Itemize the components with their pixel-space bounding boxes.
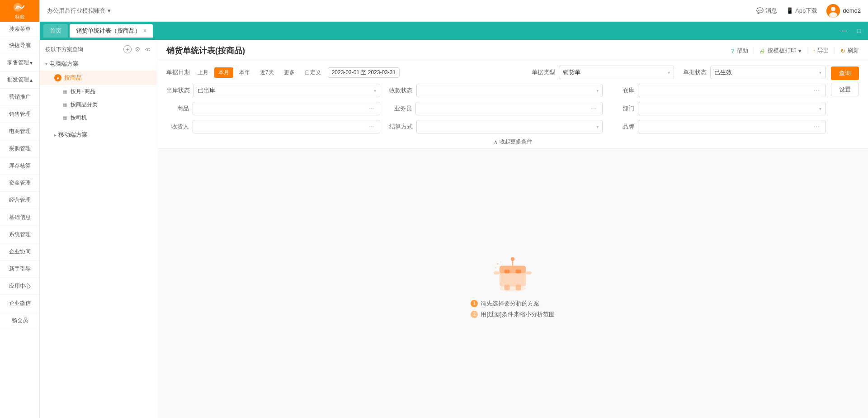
top-header: 办公用品行业模拟账套 ▾ 💬 消息 📱 App下载 xyxy=(40,0,868,22)
print-button[interactable]: 🖨 按模板打印 ▾ xyxy=(760,47,802,55)
tab-home[interactable]: 首页 xyxy=(43,24,68,38)
app-logo-text: 标账 xyxy=(15,14,25,20)
settings-button[interactable]: 设置 xyxy=(831,83,859,96)
sidebar-item-marketing[interactable]: 营销推广 xyxy=(0,89,39,106)
sidebar-item-basic[interactable]: 基础信息 xyxy=(0,209,39,226)
pc-group-title[interactable]: ▾ 电脑端方案 xyxy=(40,57,157,71)
date-range-input[interactable]: 2023-03-01 至 2023-03-31 xyxy=(328,67,400,78)
scheme-subitem-month-goods[interactable]: ▦ 按月+商品 xyxy=(40,85,157,98)
sidebar-item-member[interactable]: 畅会员 xyxy=(0,312,39,329)
tab-maximize-button[interactable]: □ xyxy=(854,25,864,36)
doc-type-select[interactable]: 销货单 ▾ xyxy=(559,66,674,79)
app-logo[interactable]: 标账 xyxy=(0,0,39,22)
print-arrow-icon: ▾ xyxy=(798,48,802,54)
date-more-pill[interactable]: 更多 xyxy=(280,67,299,78)
sidebar-item-sales[interactable]: 销售管理 xyxy=(0,106,39,123)
date-year-pill[interactable]: 本年 xyxy=(235,67,254,78)
warehouse-select[interactable]: ··· xyxy=(638,84,826,97)
date-curr-pill[interactable]: 本月 xyxy=(214,67,233,78)
wholesale-arrow: ▴ xyxy=(30,77,33,83)
sidebar-item-ecommerce[interactable]: 电商管理 xyxy=(0,123,39,140)
help-button[interactable]: ? 帮助 xyxy=(731,47,748,55)
filter-field-doc-status: 单据状态 已生效 ▾ xyxy=(683,66,826,79)
scheme-subitem-driver[interactable]: ▦ 按司机 xyxy=(40,111,157,124)
message-label: 消息 xyxy=(765,7,777,15)
app-download-button[interactable]: 📱 App下载 xyxy=(786,7,817,15)
empty-tips: 1 请先选择要分析的方案 2 用[过滤]条件来缩小分析范围 xyxy=(471,299,554,318)
tab-sales-stats[interactable]: 销货单统计表（按商品） × xyxy=(70,24,153,38)
payment-status-select[interactable]: ▾ xyxy=(416,84,603,97)
sidebar-group-retail[interactable]: 零售管理 ▾ xyxy=(0,54,39,71)
receiver-dots-button[interactable]: ··· xyxy=(366,123,376,131)
date-7days-pill[interactable]: 近7天 xyxy=(256,67,278,78)
inventory-label: 库存核算 xyxy=(9,162,31,169)
sidebar-item-newbie[interactable]: 新手引导 xyxy=(0,261,39,278)
sidebar-item-wechat[interactable]: 企业微信 xyxy=(0,295,39,312)
svg-rect-9 xyxy=(516,269,521,273)
filter-row-2: 出库状态 已出库 ▾ 收款状态 xyxy=(166,84,826,97)
user-info[interactable]: demo2 xyxy=(826,4,861,18)
sidebar-item-purchase[interactable]: 采购管理 xyxy=(0,140,39,157)
sidebar-item-operations[interactable]: 经营管理 xyxy=(0,192,39,209)
scheme-settings-button[interactable]: ⚙ xyxy=(133,45,142,53)
svg-rect-7 xyxy=(500,266,526,273)
date-custom-pill[interactable]: 自定义 xyxy=(301,67,325,78)
filter-field-date: 单据日期 上月 本月 本年 近7天 更多 自定义 xyxy=(166,67,523,78)
filter-row-3: 商品 ··· 业务员 xyxy=(166,102,826,115)
maximize-icon: □ xyxy=(857,27,861,34)
doc-status-arrow-icon: ▾ xyxy=(819,70,821,75)
date-prev-pill[interactable]: 上月 xyxy=(193,67,212,78)
refresh-button[interactable]: ↻ 刷新 xyxy=(840,47,859,55)
doc-status-label: 单据状态 xyxy=(683,68,707,76)
salesperson-dots-button[interactable]: ··· xyxy=(589,104,599,113)
warehouse-status-value: 已出库 xyxy=(198,86,215,95)
collapse-bar[interactable]: ∧ 收起更多条件 xyxy=(157,135,868,149)
apps-label: 应用中心 xyxy=(9,283,31,289)
sidebar-group-wholesale[interactable]: 批发管理 ▴ xyxy=(0,71,39,89)
dept-label: 部门 xyxy=(612,104,634,113)
sales-label: 销售管理 xyxy=(9,111,31,117)
salesperson-select[interactable]: ··· xyxy=(415,102,603,115)
goods-dots-button[interactable]: ··· xyxy=(366,104,376,113)
message-button[interactable]: 💬 消息 xyxy=(756,7,777,15)
filter-field-receiver: 收货人 ··· xyxy=(166,120,380,133)
sidebar-item-finance[interactable]: 资金管理 xyxy=(0,175,39,192)
sidebar-item-system[interactable]: 系统管理 xyxy=(0,226,39,243)
scheme-item-by-goods[interactable]: ● 按商品 xyxy=(40,71,157,85)
settlement-select[interactable]: ▾ xyxy=(416,120,603,133)
tab-minimize-button[interactable]: ─ xyxy=(839,25,850,36)
svg-point-18 xyxy=(500,261,501,262)
username-label: demo2 xyxy=(843,7,861,14)
warehouse-dots-button[interactable]: ··· xyxy=(812,86,821,95)
empty-tip-1: 1 请先选择要分析的方案 xyxy=(471,299,554,308)
sidebar-item-enterprise[interactable]: 企业协同 xyxy=(0,243,39,261)
brand-select[interactable]: ··· xyxy=(638,120,826,133)
scheme-item-icon: ● xyxy=(54,74,61,81)
svg-point-11 xyxy=(511,257,514,261)
svg-point-3 xyxy=(831,7,835,11)
add-scheme-button[interactable]: + xyxy=(123,45,132,53)
doc-status-select[interactable]: 已生效 ▾ xyxy=(710,66,826,79)
filter-panel: 按以下方案查询 + ⚙ ≪ ▾ 电脑端方案 xyxy=(40,40,157,418)
brand-dots-button[interactable]: ··· xyxy=(812,123,821,131)
mobile-group-title[interactable]: ▸ 移动端方案 xyxy=(40,128,157,142)
dept-select[interactable]: ▾ xyxy=(638,102,826,115)
empty-illustration xyxy=(490,249,535,294)
export-button[interactable]: ↑ 导出 xyxy=(813,47,830,55)
sidebar-item-inventory[interactable]: 库存核算 xyxy=(0,157,39,175)
tab-close-icon[interactable]: × xyxy=(143,28,146,34)
scheme-collapse-button[interactable]: ≪ xyxy=(143,45,151,53)
purchase-label: 采购管理 xyxy=(9,145,31,152)
receiver-select[interactable]: ··· xyxy=(193,120,380,133)
scheme-subitem-goods-category[interactable]: ▦ 按商品分类 xyxy=(40,98,157,111)
sidebar-search[interactable]: 搜索菜单 xyxy=(0,22,39,37)
sidebar-item-apps[interactable]: 应用中心 xyxy=(0,278,39,295)
wholesale-label: 批发管理 xyxy=(7,76,29,84)
sidebar-item-quick[interactable]: 快捷导航 xyxy=(0,37,39,54)
warehouse-status-select[interactable]: 已出库 ▾ xyxy=(193,84,380,97)
subitem-icon2: ▦ xyxy=(61,102,68,108)
query-button[interactable]: 查询 xyxy=(831,66,859,80)
goods-select[interactable]: ··· xyxy=(193,102,380,115)
filter-field-settlement: 结算方式 ▾ xyxy=(389,120,603,133)
industry-selector[interactable]: 办公用品行业模拟账套 ▾ xyxy=(47,7,111,15)
